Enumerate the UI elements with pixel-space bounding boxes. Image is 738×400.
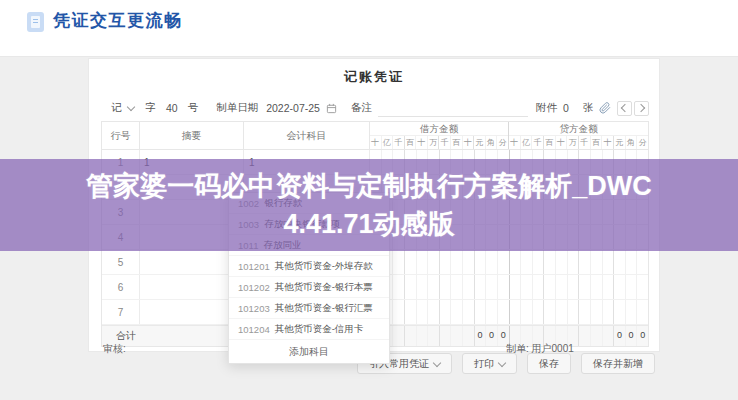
voucher-pager xyxy=(617,101,649,116)
chevron-left-icon xyxy=(621,104,629,112)
app-title: 凭证交互更流畅 xyxy=(53,11,183,31)
digit-label: 角 xyxy=(486,136,498,149)
number-unit-label: 号 xyxy=(188,101,199,115)
row-number: 6 xyxy=(102,275,140,299)
voucher-type-select[interactable]: 记 xyxy=(111,101,122,115)
credit-digit-scale: 十亿千百十万千百十元角分 xyxy=(509,136,648,149)
digit-label: 百 xyxy=(591,136,603,149)
digit-label: 千 xyxy=(579,136,591,149)
col-row-no: 行号 xyxy=(102,122,140,149)
word-label: 字 xyxy=(146,101,157,115)
amount-cells[interactable] xyxy=(370,250,648,274)
voucher-title: 记账凭证 xyxy=(89,68,659,86)
voucher-number-input[interactable]: 40 xyxy=(166,102,178,114)
save-button[interactable]: 保存 xyxy=(527,353,571,374)
debit-digit-scale: 十亿千百十万千百十元角分 xyxy=(370,136,508,149)
amount-cells[interactable] xyxy=(370,275,648,299)
digit-label: 千 xyxy=(439,136,451,149)
digit-label: 元 xyxy=(614,136,626,149)
digit-label: 元 xyxy=(474,136,486,149)
voucher-toolbar: 记 字 40 号 制单日期 2022-07-25 备注 附件 0 张 xyxy=(111,98,651,118)
col-credit: 贷方金额 xyxy=(509,122,648,136)
amount-cells[interactable] xyxy=(370,300,648,324)
col-debit: 借方金额 xyxy=(370,122,508,136)
chevron-down-icon xyxy=(433,358,441,366)
row-number: 7 xyxy=(102,300,140,324)
chevron-right-icon xyxy=(637,104,645,112)
digit-label: 分 xyxy=(497,136,508,149)
calendar-icon[interactable] xyxy=(326,103,337,114)
app-header: 凭证交互更流畅 xyxy=(0,0,738,57)
digit-label: 千 xyxy=(532,136,544,149)
digit-label: 十 xyxy=(556,136,568,149)
remark-label: 备注 xyxy=(351,101,372,115)
prev-voucher-button[interactable] xyxy=(617,101,632,116)
col-subject: 会计科目 xyxy=(244,122,370,149)
digit-label: 角 xyxy=(626,136,638,149)
digit-label: 万 xyxy=(567,136,579,149)
digit-label: 十 xyxy=(602,136,614,149)
subject-option[interactable]: 101201其他货币资金-外埠存款 xyxy=(229,256,389,277)
paperclip-icon[interactable] xyxy=(599,102,611,114)
date-value[interactable]: 2022-07-25 xyxy=(266,102,320,114)
digit-label: 亿 xyxy=(382,136,394,149)
digit-label: 万 xyxy=(428,136,440,149)
subject-option[interactable]: 101202其他货币资金-银行本票 xyxy=(229,277,389,298)
attachment-label: 附件 xyxy=(536,101,557,115)
digit-label: 千 xyxy=(393,136,405,149)
print-button[interactable]: 打印 xyxy=(462,353,517,374)
promo-line-1: 管家婆一码必中资料与定制执行方案解析_DWC xyxy=(0,170,738,203)
page: 凭证交互更流畅 记账凭证 记 字 40 号 制单日期 2022-07-25 备注… xyxy=(0,0,738,400)
digit-label: 十 xyxy=(370,136,382,149)
voucher-document-icon xyxy=(27,12,44,32)
promo-line-2: 4.41.71动感版 xyxy=(0,208,738,241)
remark-input[interactable] xyxy=(378,100,528,117)
add-subject-button[interactable]: 添加科目 xyxy=(229,340,389,363)
save-and-new-button[interactable]: 保存并新增 xyxy=(581,353,655,374)
digit-label: 百 xyxy=(405,136,417,149)
chevron-down-icon[interactable] xyxy=(126,103,134,111)
digit-label: 分 xyxy=(637,136,648,149)
col-summary: 摘要 xyxy=(140,122,244,149)
digit-label: 十 xyxy=(463,136,475,149)
digit-label: 百 xyxy=(451,136,463,149)
digit-label: 十 xyxy=(509,136,521,149)
date-label: 制单日期 xyxy=(216,101,258,115)
digit-label: 亿 xyxy=(521,136,533,149)
table-header: 行号 摘要 会计科目 借方金额 十亿千百十万千百十元角分 贷方金额 十亿千百十万… xyxy=(102,122,648,150)
promo-overlay: 管家婆一码必中资料与定制执行方案解析_DWC 4.41.71动感版 xyxy=(0,159,738,251)
subject-option[interactable]: 101203其他货币资金-银行汇票 xyxy=(229,298,389,319)
row-number: 5 xyxy=(102,250,140,274)
digit-label: 十 xyxy=(416,136,428,149)
attachment-count: 0 xyxy=(563,102,569,114)
chevron-down-icon xyxy=(498,358,506,366)
digit-label: 百 xyxy=(544,136,556,149)
debit-column-group: 借方金额 十亿千百十万千百十元角分 xyxy=(370,122,509,149)
subject-option[interactable]: 101204其他货币资金-信用卡 xyxy=(229,319,389,340)
credit-column-group: 贷方金额 十亿千百十万千百十元角分 xyxy=(509,122,648,149)
next-voucher-button[interactable] xyxy=(634,101,649,116)
attachment-unit-label: 张 xyxy=(583,101,594,115)
